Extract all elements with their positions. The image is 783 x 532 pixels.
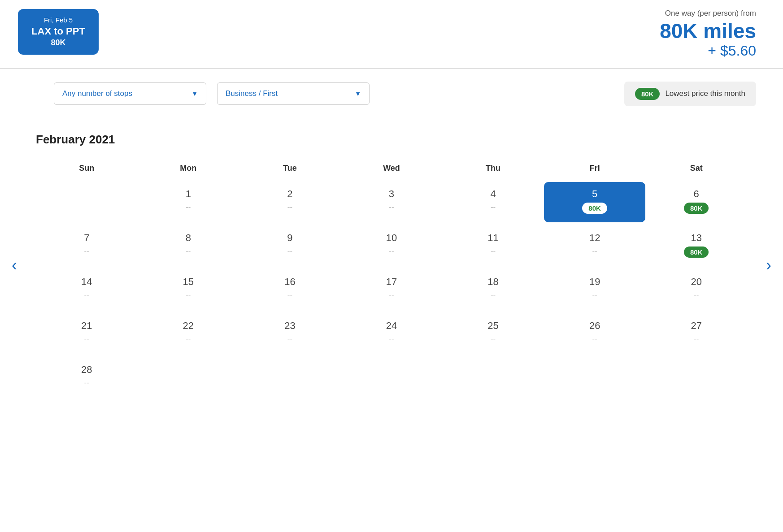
calendar-price-dash: -- [592,290,597,299]
calendar-price-badge-green: 80K [684,247,709,258]
stops-dropdown[interactable]: Any number of stops ▼ [54,82,206,105]
calendar-cell[interactable]: 18-- [442,270,544,310]
calendar-cell[interactable]: 680K [645,182,747,222]
flight-card[interactable]: Fri, Feb 5 LAX to PPT 80K [18,9,99,55]
calendar-cell[interactable]: 22-- [138,314,239,354]
calendar-price-dash: -- [694,334,699,343]
calendar-cell[interactable]: 20-- [645,270,747,310]
calendar-date: 4 [490,188,496,200]
calendar-cell[interactable]: 24-- [341,314,443,354]
calendar-price-dash: -- [389,290,394,299]
calendar-date: 10 [386,232,397,244]
calendar-cell[interactable]: 9-- [239,226,341,266]
calendar-day-header: Tue [239,159,341,177]
calendar-cell[interactable]: 25-- [442,314,544,354]
cabin-dropdown[interactable]: Business / First ▼ [217,82,370,105]
calendar-cell[interactable]: 11-- [442,226,544,266]
calendar-cell[interactable]: 15-- [138,270,239,310]
calendar-cell[interactable]: 23-- [239,314,341,354]
filters-section: Any number of stops ▼ Business / First ▼… [0,69,783,119]
calendar-date: 9 [287,232,292,244]
calendar-price-dash: -- [592,247,597,255]
calendar-cell[interactable]: 17-- [341,270,443,310]
calendar-cell[interactable]: 1-- [138,182,239,222]
calendar-date: 11 [487,232,498,244]
calendar-date: 6 [694,188,699,200]
calendar-date: 13 [691,232,701,244]
calendar-date: 14 [81,276,92,288]
header-section: Fri, Feb 5 LAX to PPT 80K One way (per p… [0,0,783,69]
calendar-date: 24 [386,320,397,332]
calendar-day-header: Sun [36,159,138,177]
calendar-date: 22 [183,320,194,332]
calendar-cell[interactable]: 21-- [36,314,138,354]
calendar-cell[interactable]: 28-- [36,358,138,398]
flight-date: Fri, Feb 5 [29,16,88,24]
calendar-price-dash: -- [186,203,191,212]
calendar-cell[interactable]: 19-- [544,270,646,310]
calendar-price-dash: -- [84,290,89,299]
miles-price: 80K miles [660,20,756,43]
calendar-day-header: Sat [645,159,747,177]
calendar-price-dash: -- [287,334,292,343]
calendar-cell[interactable]: 8-- [138,226,239,266]
calendar-date: 7 [84,232,89,244]
calendar-grid: SunMonTueWedThuFriSat 1--2--3--4--580K68… [36,159,747,398]
calendar-cell [341,358,443,398]
calendar-date: 15 [183,276,194,288]
calendar-date: 16 [284,276,295,288]
calendar-price-dash: -- [287,247,292,255]
calendar-cell[interactable]: 3-- [341,182,443,222]
prev-month-button[interactable]: ‹ [7,251,22,279]
calendar-date: 28 [81,364,92,376]
cabin-label: Business / First [226,89,278,98]
calendar-date: 20 [691,276,701,288]
calendar-cell[interactable]: 2-- [239,182,341,222]
cabin-dropdown-arrow: ▼ [355,90,361,97]
next-month-button[interactable]: › [761,251,776,279]
calendar-price-dash: -- [694,290,699,299]
calendar-day-header: Wed [341,159,443,177]
calendar-cell[interactable]: 14-- [36,270,138,310]
calendar-cell [138,358,239,398]
calendar-cell[interactable]: 7-- [36,226,138,266]
calendar-date: 18 [487,276,498,288]
flight-miles: 80K [29,38,88,48]
calendar-cell[interactable]: 16-- [239,270,341,310]
calendar-header-row: SunMonTueWedThuFriSat [36,159,747,177]
calendar-cell [645,358,747,398]
calendar-price-dash: -- [491,290,496,299]
calendar-date: 19 [589,276,600,288]
calendar-cell[interactable]: 10-- [341,226,443,266]
calendar-price-dash: -- [287,290,292,299]
calendar-cell[interactable]: 26-- [544,314,646,354]
calendar-cell[interactable]: 580K [544,182,646,222]
calendar-cell[interactable]: 1380K [645,226,747,266]
stops-label: Any number of stops [62,89,132,98]
calendar-day-header: Thu [442,159,544,177]
calendar-date: 5 [592,188,597,200]
calendar-cell[interactable]: 27-- [645,314,747,354]
cash-price: + $5.60 [660,43,756,59]
price-summary: One way (per person) from 80K miles + $5… [660,9,756,59]
calendar-cell[interactable]: 12-- [544,226,646,266]
calendar-date: 27 [691,320,701,332]
lowest-price-container: 80K Lowest price this month [624,82,756,106]
calendar-month-title: February 2021 [36,133,747,147]
calendar-day-header: Fri [544,159,646,177]
calendar-date: 21 [81,320,92,332]
calendar-price-dash: -- [287,203,292,212]
calendar-price-dash: -- [186,334,191,343]
calendar-body: 1--2--3--4--580K680K7--8--9--10--11--12-… [36,182,747,398]
calendar-price-dash: -- [186,290,191,299]
per-person-label: One way (per person) from [660,9,756,18]
calendar-date: 23 [284,320,295,332]
calendar-date: 1 [186,188,191,200]
calendar-cell [36,182,138,222]
calendar-date: 26 [589,320,600,332]
calendar-date: 2 [287,188,292,200]
calendar-cell[interactable]: 4-- [442,182,544,222]
calendar-price-dash: -- [389,334,394,343]
calendar-price-dash: -- [186,247,191,255]
stops-dropdown-arrow: ▼ [191,90,198,97]
